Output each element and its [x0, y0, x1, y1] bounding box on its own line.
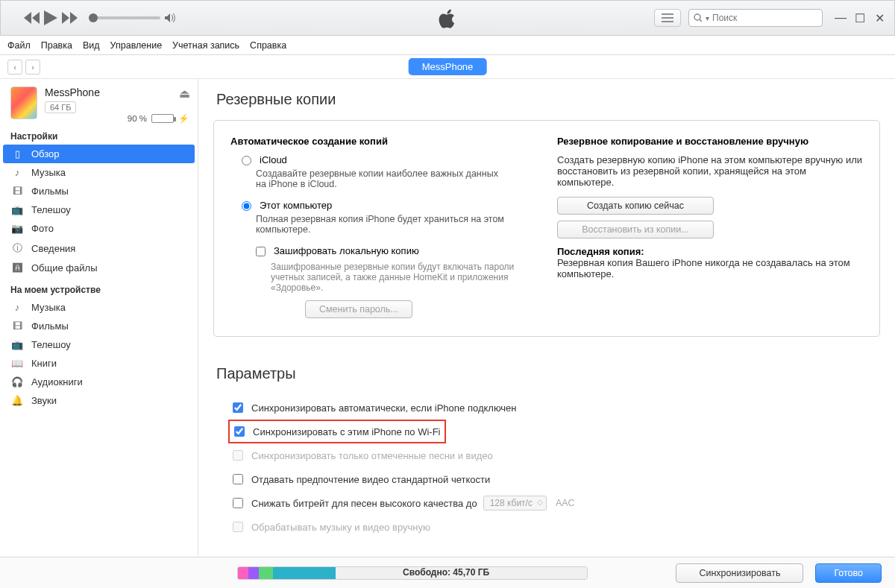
device-header: MessPhone 64 ГБ ⏏ 90 % ⚡: [0, 79, 198, 124]
tv-icon: 📺: [10, 204, 24, 215]
device-capacity-badge: 64 ГБ: [45, 101, 76, 113]
apple-logo-icon: [439, 8, 456, 32]
last-copy-title: Последняя копия:: [557, 246, 863, 257]
reduce-bitrate-checkbox[interactable]: [233, 498, 243, 508]
sidebar-device-books[interactable]: 📖Книги: [0, 354, 198, 373]
navigation-row: ‹ › MessPhone: [0, 55, 895, 79]
info-icon: ⓘ: [10, 241, 24, 255]
play-button[interactable]: [44, 10, 57, 25]
params-heading: Параметры: [216, 365, 877, 382]
menu-edit[interactable]: Правка: [41, 40, 72, 51]
phone-icon: ▯: [10, 148, 24, 159]
sidebar-item-overview[interactable]: ▯Обзор: [3, 145, 195, 163]
footer: Свободно: 45,70 ГБ Синхронизировать Гото…: [0, 557, 895, 588]
encrypt-checkbox[interactable]: Зашифровать локальную копию: [253, 245, 536, 259]
svg-point-3: [694, 14, 700, 20]
sidebar-device-movies[interactable]: 🎞Фильмы: [0, 317, 198, 335]
film-icon: 🎞: [10, 186, 24, 197]
menu-file[interactable]: Файл: [7, 40, 31, 51]
reduce-bitrate-row: Снижать битрейт для песен высокого качес…: [228, 491, 877, 515]
battery-icon: [151, 114, 174, 123]
storage-free-label: Свободно: 45,70 ГБ: [403, 567, 489, 578]
sidebar-device-tvshows[interactable]: 📺Телешоу: [0, 335, 198, 354]
prefer-sd-checkbox[interactable]: Отдавать предпочтение видео стандартной …: [228, 467, 877, 491]
backups-heading: Резервные копии: [216, 91, 877, 108]
sidebar-item-photos[interactable]: 📷Фото: [0, 219, 198, 238]
playback-controls: [23, 10, 78, 25]
list-view-toggle[interactable]: [654, 9, 681, 27]
rewind-button[interactable]: [23, 12, 40, 24]
wifi-sync-checkbox[interactable]: Синхронизировать с этим iPhone по Wi-Fi: [228, 420, 446, 443]
bitrate-select[interactable]: 128 кбит/с: [483, 496, 547, 510]
eject-button[interactable]: ⏏: [179, 86, 190, 101]
sync-button[interactable]: Синхронизировать: [676, 563, 803, 583]
params-list: Синхронизировать автоматически, если iPh…: [228, 396, 877, 539]
volume-slider[interactable]: [89, 13, 175, 22]
search-placeholder: Поиск: [712, 13, 737, 23]
film-icon: 🎞: [10, 320, 24, 332]
auto-sync-checkbox[interactable]: Синхронизировать автоматически, если iPh…: [228, 396, 877, 420]
aac-label: AAC: [556, 498, 575, 508]
icloud-hint: Создавайте резервные копии наиболее важн…: [256, 168, 509, 189]
nav-forward-button[interactable]: ›: [25, 60, 40, 75]
sidebar-item-movies[interactable]: 🎞Фильмы: [0, 182, 198, 200]
headphones-icon: 🎧: [10, 376, 24, 388]
manual-media-checkbox[interactable]: Обрабатывать музыку и видео вручную: [228, 515, 877, 539]
sidebar-title-settings: Настройки: [0, 124, 198, 145]
bell-icon: 🔔: [10, 395, 24, 406]
fast-forward-button[interactable]: [62, 12, 78, 24]
tv-icon: 📺: [10, 339, 24, 350]
maximize-button[interactable]: ☐: [854, 12, 866, 24]
menu-controls[interactable]: Управление: [110, 40, 163, 51]
manual-backup-desc: Создать резервную копию iPhone на этом к…: [557, 154, 863, 188]
icloud-radio[interactable]: iCloud: [238, 154, 536, 165]
encrypt-hint: Зашифрованные резервные копии будут вклю…: [271, 262, 524, 293]
search-input[interactable]: ▾ Поиск: [688, 9, 823, 27]
auto-backup-title: Автоматическое создание копий: [230, 136, 536, 147]
sidebar-item-info[interactable]: ⓘСведения: [0, 238, 198, 259]
menu-view[interactable]: Вид: [83, 40, 100, 51]
titlebar: ▾ Поиск — ☐ ✕: [0, 0, 895, 36]
close-button[interactable]: ✕: [873, 12, 885, 24]
device-thumbnail: [10, 86, 37, 119]
menu-account[interactable]: Учетная запись: [172, 40, 239, 51]
sidebar-device-audiobooks[interactable]: 🎧Аудиокниги: [0, 373, 198, 391]
sidebar-item-music[interactable]: ♪Музыка: [0, 163, 198, 182]
sidebar-device-tones[interactable]: 🔔Звуки: [0, 391, 198, 410]
menu-help[interactable]: Справка: [250, 40, 286, 51]
sidebar-item-shared-files[interactable]: 🅰Общие файлы: [0, 259, 198, 277]
note-icon: ♪: [10, 302, 24, 313]
sidebar-title-on-device: На моем устройстве: [0, 277, 198, 298]
sidebar-item-tvshows[interactable]: 📺Телешоу: [0, 200, 198, 219]
battery-percent: 90 %: [128, 114, 147, 123]
content-area: Резервные копии Автоматическое создание …: [198, 79, 895, 557]
last-copy-desc: Резервная копия Вашего iPhone никогда не…: [557, 257, 863, 279]
menubar: Файл Правка Вид Управление Учетная запис…: [0, 36, 895, 55]
camera-icon: 📷: [10, 223, 24, 234]
sidebar-device-music[interactable]: ♪Музыка: [0, 298, 198, 317]
restore-backup-button[interactable]: Восстановить из копии...: [557, 221, 714, 238]
change-password-button[interactable]: Сменить пароль...: [305, 300, 412, 318]
thispc-hint: Полная резервная копия iPhone будет хран…: [256, 214, 509, 235]
backup-now-button[interactable]: Создать копию сейчас: [557, 197, 714, 215]
done-button[interactable]: Готово: [815, 563, 882, 583]
window-controls: — ☐ ✕: [835, 12, 885, 24]
thispc-radio[interactable]: Этот компьютер: [238, 200, 536, 211]
sidebar: MessPhone 64 ГБ ⏏ 90 % ⚡ Настройки ▯Обзо…: [0, 79, 198, 557]
book-icon: 📖: [10, 358, 24, 369]
only-checked-checkbox[interactable]: Синхронизировать только отмеченные песни…: [228, 443, 877, 467]
device-tab-chip[interactable]: MessPhone: [409, 58, 487, 75]
backups-panel: Автоматическое создание копий iCloud Соз…: [213, 120, 880, 337]
note-icon: ♪: [10, 167, 24, 178]
manual-backup-title: Резервное копирование и восстановление в…: [557, 136, 863, 147]
minimize-button[interactable]: —: [835, 12, 847, 24]
apps-icon: 🅰: [10, 262, 24, 274]
device-name: MessPhone: [45, 86, 172, 98]
nav-back-button[interactable]: ‹: [7, 60, 22, 75]
svg-line-4: [700, 19, 702, 22]
